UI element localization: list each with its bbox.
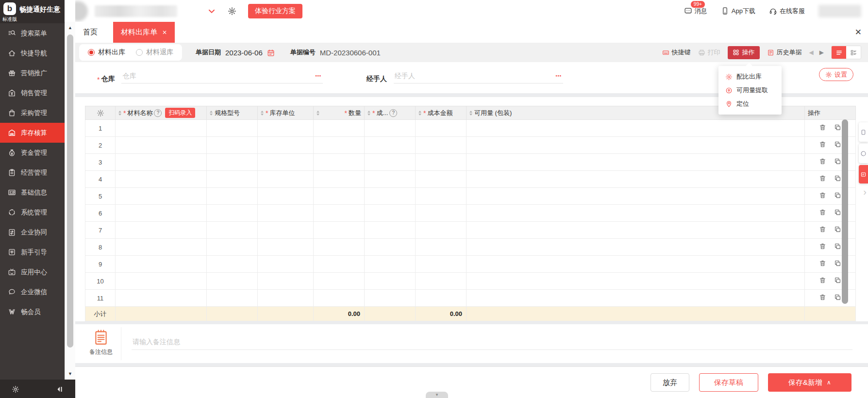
sidebar-settings-gear-icon[interactable] [12,384,19,393]
settings-button[interactable]: 设置 [819,68,853,81]
close-all-icon[interactable]: ✕ [855,22,862,43]
copy-row-button[interactable] [834,192,841,199]
delete-row-button[interactable] [819,175,826,182]
cell-name[interactable] [116,171,207,188]
edge-widget-doc[interactable] [859,122,868,142]
sidebar-item-idcard[interactable]: 基础信息 [0,182,65,202]
cell-price[interactable] [365,273,416,290]
sort-toggle[interactable] [210,111,213,116]
copy-row-button[interactable] [834,277,841,284]
cell-spec[interactable] [207,273,258,290]
card-view-button[interactable] [846,46,861,59]
tab-home[interactable]: 首页 [75,22,105,43]
edge-expand-chevron-icon[interactable]: › [863,186,867,198]
cell-qty[interactable] [314,188,365,205]
cell-spec[interactable] [207,171,258,188]
sort-toggle[interactable] [317,111,319,116]
cell-spec[interactable] [207,154,258,171]
remarks-input[interactable] [132,336,852,350]
cell-price[interactable] [365,154,416,171]
copy-row-button[interactable] [834,226,841,233]
sort-toggle[interactable] [418,111,421,116]
cell-avail[interactable] [467,239,805,256]
sidebar-item-money[interactable]: 资金管理 [0,143,65,163]
online-service-button[interactable]: 在线客服 [769,7,805,16]
cell-unit[interactable] [258,273,314,290]
cell-amount[interactable] [416,188,467,205]
edge-widget-feedback[interactable] [859,165,868,183]
cell-qty[interactable] [314,154,365,171]
doc-number-value[interactable]: MD-20230606-001 [320,49,381,57]
cell-amount[interactable] [416,239,467,256]
delete-row-button[interactable] [819,192,826,199]
delete-row-button[interactable] [819,141,826,148]
cell-avail[interactable] [467,273,805,290]
cell-unit[interactable] [258,222,314,239]
next-doc-icon[interactable]: ▶ [819,49,824,56]
cell-name[interactable] [116,222,207,239]
operate-menu-item-up-circle[interactable]: 可用量提取 [718,83,782,97]
sidebar-item-gift[interactable]: 营销推广 [0,63,65,83]
cell-unit[interactable] [258,205,314,222]
copy-row-button[interactable] [834,141,841,148]
doc-date-value[interactable]: 2023-06-06 [225,49,263,57]
company-switch-chevron-down-icon[interactable] [207,6,216,15]
delete-row-button[interactable] [819,226,826,233]
cell-price[interactable] [365,290,416,307]
scroll-down-icon[interactable]: ▼ [65,371,75,376]
prev-doc-icon[interactable]: ◀ [809,49,814,56]
cell-name[interactable] [116,137,207,154]
cell-price[interactable] [365,222,416,239]
cell-unit[interactable] [258,171,314,188]
cell-qty[interactable] [314,137,365,154]
operate-button[interactable]: 操作 [728,46,760,59]
table-scrollbar-thumb[interactable] [842,119,848,304]
cell-spec[interactable] [207,222,258,239]
app-download-button[interactable]: App下载 [721,7,755,16]
sidebar-item-apps[interactable]: 应用中心 [0,262,65,282]
save-draft-button[interactable]: 保存草稿 [699,373,758,392]
sidebar-item-member[interactable]: 畅会员 [0,302,65,322]
cell-unit[interactable] [258,120,314,137]
cell-name[interactable] [116,120,207,137]
cell-spec[interactable] [207,256,258,273]
cell-spec[interactable] [207,205,258,222]
delete-row-button[interactable] [819,260,826,267]
warehouse-picker-ellipsis[interactable]: ⋯ [315,72,322,80]
copy-row-button[interactable] [834,294,841,301]
cell-avail[interactable] [467,171,805,188]
cell-unit[interactable] [258,256,314,273]
cell-spec[interactable] [207,137,258,154]
delete-row-button[interactable] [819,243,826,250]
handler-picker-ellipsis[interactable]: ⋯ [555,72,562,80]
cell-qty[interactable] [314,273,365,290]
cell-avail[interactable] [467,137,805,154]
cell-avail[interactable] [467,222,805,239]
sidebar-item-search[interactable]: 搜索菜单 [0,23,65,43]
print-button[interactable]: 打印 [698,48,720,57]
edge-widget-service[interactable] [859,144,868,163]
warehouse-input[interactable] [121,71,323,83]
sidebar-scrollbar-thumb[interactable] [67,34,73,348]
cell-name[interactable] [116,256,207,273]
copy-row-button[interactable] [834,243,841,250]
scroll-up-icon[interactable]: ▲ [65,25,75,30]
copy-row-button[interactable] [834,124,841,131]
sort-toggle[interactable] [367,111,370,116]
sidebar-collapse-icon[interactable] [56,384,64,393]
cell-qty[interactable] [314,290,365,307]
cell-qty[interactable] [314,120,365,137]
delete-row-button[interactable] [819,209,826,216]
sidebar-item-guide[interactable]: 新手引导 [0,242,65,262]
radio-material-return[interactable]: 材料退库 [136,48,173,57]
cell-spec[interactable] [207,290,258,307]
cell-name[interactable] [116,188,207,205]
topbar-gear-icon[interactable] [228,6,236,15]
cell-amount[interactable] [416,205,467,222]
help-icon[interactable]: ? [389,109,397,117]
cell-qty[interactable] [314,171,365,188]
operate-menu-item-pin[interactable]: 定位 [718,97,782,111]
cell-unit[interactable] [258,239,314,256]
calendar-icon[interactable] [267,48,275,56]
cell-amount[interactable] [416,120,467,137]
